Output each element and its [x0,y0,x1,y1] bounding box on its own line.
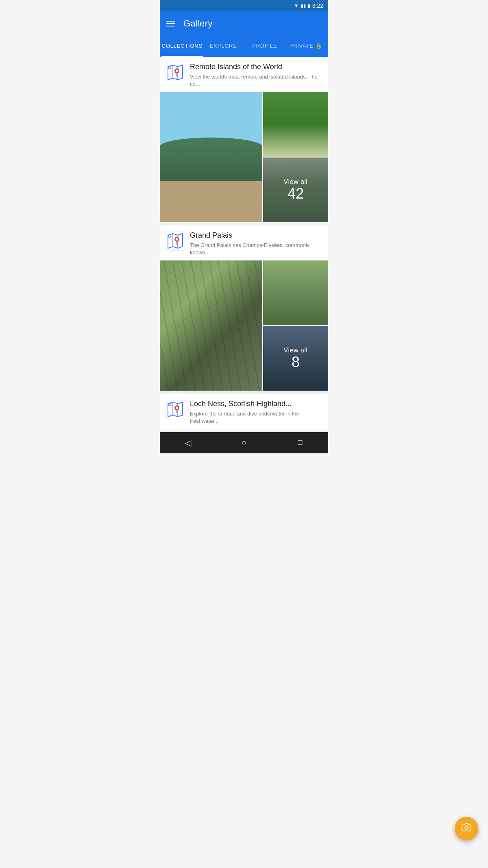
recent-icon: □ [298,438,303,447]
collection-info-remote-islands: Remote Islands of the World View the wor… [190,63,322,88]
app-title: Gallery [183,18,213,29]
collection-logo-loch-ness: G [166,400,185,419]
collection-header-loch-ness: G Loch Ness, Scottish Highland... Explor… [160,394,328,429]
view-all-count-palais: 8 [292,354,300,370]
view-all-overlay-palais[interactable]: View all 8 [263,326,328,391]
collection-desc-loch-ness: Explore the surface and dive underwater … [190,410,322,425]
view-all-palais[interactable]: View all 8 [263,326,328,391]
svg-text:G: G [168,66,171,70]
view-all-label-palais: View all [284,347,308,354]
svg-text:G: G [168,402,171,407]
tab-profile[interactable]: PROFILE [244,36,285,57]
collection-info-grand-palais: Grand Palais The Grand Palais des Champs… [190,231,322,256]
back-icon: ◁ [185,438,191,448]
svg-point-24 [176,407,178,409]
lock-icon: 🔒 [315,42,322,49]
collection-logo-remote-islands: G [166,63,185,82]
image-right-panel-islands: View all 42 [263,92,328,222]
home-icon: ○ [242,438,246,447]
view-all-label-islands: View all [284,178,308,186]
collection-title-loch-ness: Loch Ness, Scottish Highland... [190,400,322,409]
collection-card-grand-palais: G Grand Palais The Grand Palais des Cham… [160,225,328,391]
image-grid-remote-islands[interactable]: View all 42 [160,92,328,222]
battery-icon: ▮ [308,3,310,9]
tab-private[interactable]: PRIVATE 🔒 [285,36,327,57]
image-tropical-top[interactable] [263,92,328,157]
svg-point-15 [176,238,178,241]
collection-desc-grand-palais: The Grand Palais des Champs-Élysées, com… [190,242,322,256]
content-area: G Remote Islands of the World View the w… [160,57,328,429]
collection-desc-remote-islands: View the worlds most remote and isolated… [190,73,322,88]
image-main-beach[interactable] [160,92,262,222]
collection-info-loch-ness: Loch Ness, Scottish Highland... Explore … [190,400,322,425]
collection-header-remote-islands: G Remote Islands of the World View the w… [160,57,328,92]
image-grid-grand-palais[interactable]: View all 8 [160,260,328,391]
wifi-icon: ▼ [294,3,299,9]
collection-card-loch-ness: G Loch Ness, Scottish Highland... Explor… [160,394,328,429]
signal-icon: ▮▮ [301,3,306,9]
image-palais-top[interactable] [263,260,328,325]
image-right-panel-palais: View all 8 [263,260,328,391]
tab-explore[interactable]: EXPLORE [203,36,244,57]
collection-card-remote-islands: G Remote Islands of the World View the w… [160,57,328,222]
collection-header-grand-palais: G Grand Palais The Grand Palais des Cham… [160,225,328,260]
status-icons: ▼ ▮▮ ▮ 3:22 [294,2,323,9]
hamburger-menu-button[interactable] [166,21,175,26]
home-button[interactable]: ○ [235,434,253,452]
collection-title-grand-palais: Grand Palais [190,231,322,240]
view-all-overlay-islands[interactable]: View all 42 [263,157,328,222]
recent-button[interactable]: □ [291,434,309,452]
svg-text:G: G [168,234,171,238]
bottom-nav: ◁ ○ □ [160,432,328,453]
status-time: 3:22 [312,2,323,9]
back-button[interactable]: ◁ [179,434,197,452]
view-all-islands[interactable]: View all 42 [263,157,328,222]
image-main-palais[interactable] [160,260,262,391]
collection-logo-grand-palais: G [166,231,185,251]
app-bar: Gallery [160,11,328,36]
view-all-count-islands: 42 [288,186,304,202]
svg-point-6 [176,70,178,72]
tab-collections[interactable]: COLLECTIONS [161,36,203,57]
collection-title-remote-islands: Remote Islands of the World [190,63,322,72]
tab-bar: COLLECTIONS EXPLORE PROFILE PRIVATE 🔒 [160,36,328,57]
status-bar: ▼ ▮▮ ▮ 3:22 [160,0,328,11]
